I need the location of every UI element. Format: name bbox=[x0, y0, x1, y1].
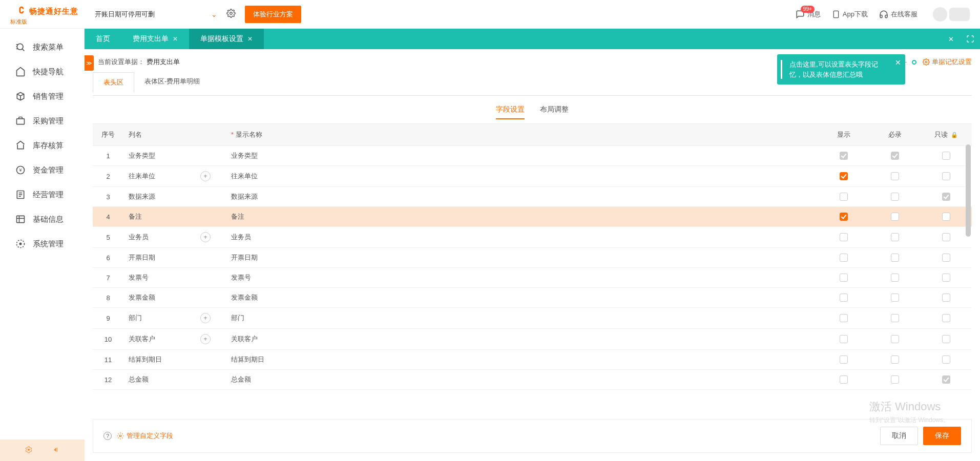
messages-link[interactable]: 99+ 消息 bbox=[796, 10, 821, 19]
customer-service-link[interactable]: 在线客服 bbox=[879, 10, 918, 19]
expand-panel-icon[interactable]: ≫ bbox=[85, 55, 94, 71]
user-avatars[interactable] bbox=[933, 7, 970, 22]
save-button[interactable]: 保存 bbox=[923, 427, 961, 445]
cell-disp[interactable]: 关联客户 bbox=[226, 329, 818, 350]
sidebar-item-8[interactable]: 系统管理 bbox=[0, 232, 85, 256]
table-row[interactable]: 7发票号发票号 bbox=[93, 268, 972, 288]
checkbox[interactable] bbox=[942, 213, 950, 221]
sidebar-item-6[interactable]: 经营管理 bbox=[0, 182, 85, 207]
checkbox[interactable] bbox=[840, 193, 848, 201]
sidebar-item-2[interactable]: 销售管理 bbox=[0, 84, 85, 109]
checkbox[interactable] bbox=[942, 314, 950, 322]
sidebar-item-1[interactable]: 快捷导航 bbox=[0, 59, 85, 84]
table-row[interactable]: 10关联客户+关联客户 bbox=[93, 329, 972, 350]
tab-fullscreen-icon[interactable] bbox=[961, 29, 980, 49]
checkbox[interactable] bbox=[891, 193, 899, 201]
checkbox[interactable] bbox=[891, 335, 899, 343]
checkbox[interactable] bbox=[891, 172, 899, 180]
sidebar-item-3[interactable]: 采购管理 bbox=[0, 109, 85, 133]
tab-1[interactable]: 费用支出单✕ bbox=[121, 29, 189, 49]
help-icon[interactable]: ? bbox=[103, 432, 112, 440]
cell-disp[interactable]: 往来单位 bbox=[226, 166, 818, 187]
checkbox[interactable] bbox=[840, 274, 848, 282]
checkbox[interactable] bbox=[840, 335, 848, 343]
checkbox[interactable] bbox=[840, 355, 848, 364]
checkbox[interactable] bbox=[891, 375, 899, 384]
table-row[interactable]: 1业务类型业务类型 bbox=[93, 146, 972, 166]
scrollbar-thumb[interactable] bbox=[966, 144, 971, 237]
sidebar-collapse-icon[interactable] bbox=[51, 446, 60, 455]
checkbox[interactable] bbox=[840, 254, 848, 262]
checkbox[interactable] bbox=[840, 172, 848, 180]
add-icon[interactable]: + bbox=[200, 232, 211, 242]
checkbox[interactable] bbox=[840, 314, 848, 322]
checkbox[interactable] bbox=[942, 254, 950, 262]
section-tab-1[interactable]: 表体区-费用单明细 bbox=[134, 72, 210, 93]
checkbox[interactable] bbox=[840, 213, 848, 221]
tab-close-all-icon[interactable]: ✕ bbox=[941, 29, 961, 49]
cell-disp[interactable]: 总金额 bbox=[226, 370, 818, 390]
table-row[interactable]: 2往来单位+往来单位 bbox=[93, 166, 972, 187]
cell-disp[interactable]: 结算到期日 bbox=[226, 350, 818, 370]
checkbox[interactable] bbox=[891, 355, 899, 364]
table-row[interactable]: 8发票金额发票金额 bbox=[93, 288, 972, 308]
cell-disp[interactable]: 发票金额 bbox=[226, 288, 818, 308]
lock-icon: 🔒 bbox=[951, 132, 958, 138]
cell-disp[interactable]: 数据来源 bbox=[226, 187, 818, 207]
cell-disp[interactable]: 开票日期 bbox=[226, 248, 818, 268]
add-icon[interactable]: + bbox=[200, 171, 211, 181]
checkbox[interactable] bbox=[942, 335, 950, 343]
org-dropdown[interactable]: 开账日期可停用可删 ⌄ bbox=[95, 10, 217, 19]
checkbox[interactable] bbox=[891, 274, 899, 282]
cell-disp[interactable]: 业务类型 bbox=[226, 146, 818, 166]
table-row[interactable]: 3数据来源数据来源 bbox=[93, 187, 972, 207]
tab-2[interactable]: 单据模板设置✕ bbox=[189, 29, 264, 49]
sub-tab-1[interactable]: 布局调整 bbox=[540, 103, 569, 119]
settings-gear-icon[interactable] bbox=[226, 9, 236, 19]
cell-disp[interactable]: 部门 bbox=[226, 308, 818, 329]
checkbox[interactable] bbox=[840, 233, 848, 241]
tab-0[interactable]: 首页 bbox=[85, 29, 121, 49]
checkbox[interactable] bbox=[942, 274, 950, 282]
checkbox[interactable] bbox=[840, 375, 848, 384]
checkbox[interactable] bbox=[942, 233, 950, 241]
table-row[interactable]: 11结算到期日结算到期日 bbox=[93, 350, 972, 370]
sub-tab-0[interactable]: 字段设置 bbox=[496, 103, 525, 119]
tab-close-icon[interactable]: ✕ bbox=[173, 35, 178, 43]
sidebar-item-0[interactable]: 搜索菜单 bbox=[0, 35, 85, 59]
table-row[interactable]: 12总金额总金额 bbox=[93, 370, 972, 390]
checkbox[interactable] bbox=[840, 294, 848, 302]
manage-custom-fields-link[interactable]: 管理自定义字段 bbox=[117, 431, 173, 441]
app-download-link[interactable]: App下载 bbox=[832, 10, 868, 19]
checkbox[interactable] bbox=[942, 355, 950, 364]
checkbox[interactable] bbox=[891, 314, 899, 322]
table-row[interactable]: 4备注备注 bbox=[93, 207, 972, 227]
checkbox[interactable] bbox=[942, 172, 950, 180]
checkbox[interactable] bbox=[891, 233, 899, 241]
checkbox[interactable] bbox=[891, 254, 899, 262]
cell-name: 数据来源 bbox=[123, 187, 226, 207]
checkbox[interactable] bbox=[942, 152, 950, 160]
add-icon[interactable]: + bbox=[200, 313, 211, 323]
sidebar-item-4[interactable]: 库存核算 bbox=[0, 133, 85, 158]
chevron-down-icon: ⌄ bbox=[211, 10, 217, 18]
sidebar-gear-icon[interactable] bbox=[25, 446, 33, 455]
cancel-button[interactable]: 取消 bbox=[880, 427, 918, 445]
cell-disp[interactable]: 备注 bbox=[226, 207, 818, 227]
cell-disp[interactable]: 业务员 bbox=[226, 227, 818, 248]
cta-button[interactable]: 体验行业方案 bbox=[245, 6, 301, 23]
table-row[interactable]: 9部门+部门 bbox=[93, 308, 972, 329]
tooltip-close-icon[interactable]: ✕ bbox=[895, 57, 901, 68]
checkbox[interactable] bbox=[891, 213, 899, 221]
table-row[interactable]: 6开票日期开票日期 bbox=[93, 248, 972, 268]
table-row[interactable]: 5业务员+业务员 bbox=[93, 227, 972, 248]
checkbox[interactable] bbox=[891, 294, 899, 302]
sidebar-item-5[interactable]: ¥资金管理 bbox=[0, 158, 85, 182]
add-icon[interactable]: + bbox=[200, 334, 211, 344]
section-tab-0[interactable]: 表头区 bbox=[93, 72, 134, 93]
memory-settings-link[interactable]: 单据记忆设置 bbox=[923, 57, 972, 67]
tab-close-icon[interactable]: ✕ bbox=[247, 35, 253, 43]
sidebar-item-7[interactable]: 基础信息 bbox=[0, 207, 85, 232]
cell-disp[interactable]: 发票号 bbox=[226, 268, 818, 288]
checkbox[interactable] bbox=[942, 294, 950, 302]
